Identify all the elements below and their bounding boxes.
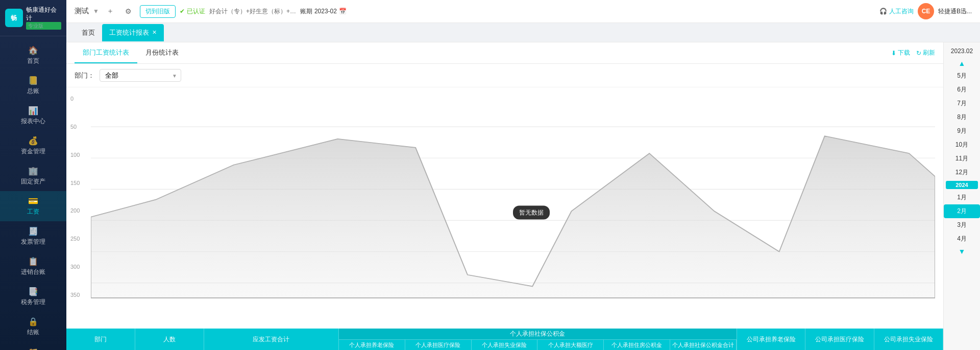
refresh-btn[interactable]: ↻ 刷新	[916, 49, 935, 57]
col-total-salary: 应发工资合计	[204, 329, 339, 350]
sidebar-item-home[interactable]: 🏠首页	[0, 40, 66, 71]
sidebar-item-ledger[interactable]: 📒总账	[0, 71, 66, 101]
tab-home[interactable]: 首页	[75, 24, 102, 41]
col-personal-pension: 个人承担养老保险	[339, 340, 405, 350]
headset-icon: 🎧	[879, 8, 887, 15]
date-item-9[interactable]: 9月	[944, 124, 980, 138]
header-company: 测试	[75, 7, 89, 16]
sidebar-item-funds[interactable]: 💰资金管理	[0, 131, 66, 161]
table-footer: 部门 人数 应发工资合计 个人承担社保公积金 个人承担养老保险 个人承担医疗保险…	[66, 329, 943, 350]
col-personal-large-medical: 个人承担大额医疗	[537, 340, 604, 350]
date-item-2-active[interactable]: 2月	[944, 204, 980, 218]
closing-icon: 🔒	[28, 317, 38, 326]
main-panel: 部门工资统计表 月份统计表 ⬇ 下载 ↻ 刷新 部门：	[66, 42, 943, 350]
header-certified: ✔ 已认证	[180, 7, 205, 16]
sidebar-item-reports[interactable]: 📊报表中心	[0, 101, 66, 131]
date-current: 2023.02	[949, 44, 975, 58]
date-year-2024: 2024	[946, 181, 978, 189]
dept-filter-label: 部门：	[75, 71, 94, 80]
invoice-icon: 🧾	[28, 226, 38, 236]
date-up-btn[interactable]: ▲	[957, 58, 967, 69]
sidebar-item-invoice[interactable]: 🧾发票管理	[0, 221, 66, 251]
tab-payroll-report[interactable]: 工资统计报表 ✕	[102, 24, 164, 41]
tab-close-icon[interactable]: ✕	[152, 29, 157, 36]
sidebar-item-payroll[interactable]: 💳工资	[0, 191, 66, 221]
right-panel: 2023.02 ▲ 5月 6月 7月 8月 9月 10月 11月 12月 202…	[943, 42, 980, 350]
group-header: 个人承担社保公积金	[339, 329, 737, 340]
chart-svg	[91, 96, 935, 315]
sidebar-item-sales[interactable]: 📋进销台账	[0, 251, 66, 282]
col-company-pension: 公司承担养老保险	[737, 329, 806, 350]
sidebar-logo: 畅 畅康通好会计 专业版	[0, 0, 66, 36]
col-company-unemployment: 公司承担失业保险	[874, 329, 943, 350]
logo-name: 畅康通好会计	[26, 6, 61, 22]
reports-icon: 📊	[28, 106, 38, 115]
assets-icon: 🏢	[28, 166, 38, 176]
y-axis: 350 300 250 200 150 100 50 0	[66, 96, 84, 298]
header-dropdown-icon[interactable]: ▼	[93, 8, 99, 15]
date-item-12[interactable]: 12月	[944, 166, 980, 179]
col-headcount: 人数	[135, 329, 204, 350]
dept-select-wrapper: 全部 部门A 部门B	[100, 69, 181, 82]
date-item-10[interactable]: 10月	[944, 138, 980, 152]
sidebar-item-tax[interactable]: 📑税务管理	[0, 282, 66, 312]
date-item-4[interactable]: 4月	[944, 232, 980, 246]
header-settings-btn[interactable]: ⚙	[121, 4, 136, 18]
header-service-btn[interactable]: 🎧 人工咨询	[879, 7, 914, 16]
dept-select[interactable]: 全部 部门A 部门B	[100, 69, 181, 82]
refresh-icon: ↻	[916, 50, 921, 57]
home-icon: 🏠	[28, 45, 38, 55]
date-item-6[interactable]: 6月	[944, 83, 980, 97]
sub-tabs-left: 部门工资统计表 月份统计表	[75, 43, 187, 63]
header-period: 账期 2023-02 📅	[300, 7, 347, 16]
sidebar-item-archive[interactable]: 📁归档管理	[0, 342, 66, 350]
tax-icon: 📑	[28, 287, 38, 296]
sidebar-nav: 🏠首页📒总账📊报表中心💰资金管理🏢固定资产💳工资🧾发票管理📋进销台账📑税务管理🔒…	[0, 36, 66, 350]
sub-tabs-right: ⬇ 下载 ↻ 刷新	[891, 49, 935, 57]
tab-bar: 首页 工资统计报表 ✕	[66, 23, 980, 42]
date-item-11[interactable]: 11月	[944, 152, 980, 166]
avatar: CE	[918, 3, 934, 19]
col-company-medical: 公司承担医疗保险	[805, 329, 874, 350]
header-user: 🎧 人工咨询 CE 轻捷通B迅...	[879, 3, 972, 19]
date-item-1[interactable]: 1月	[944, 191, 980, 204]
header-add-btn[interactable]: ＋	[103, 4, 117, 18]
header-switch-btn[interactable]: 切到旧版	[140, 5, 176, 18]
calendar-icon[interactable]: 📅	[339, 8, 347, 15]
group-personal-insurance: 个人承担社保公积金 个人承担养老保险 个人承担医疗保险 个人承担失业保险 个人承…	[339, 329, 737, 350]
logo-edition: 专业版	[26, 22, 61, 30]
check-icon: ✔	[180, 8, 185, 15]
col-personal-total: 个人承担社保公积金合计	[670, 340, 737, 350]
col-personal-housing: 个人承担住房公积金	[604, 340, 670, 350]
sales-icon: 📋	[28, 256, 38, 266]
main: 首页 工资统计报表 ✕ 部门工资统计表 月份统计表 ⬇ 下载	[66, 23, 980, 350]
header-tags: 好会计（专）+好生意（标）+…	[209, 7, 296, 16]
sidebar-item-assets[interactable]: 🏢固定资产	[0, 161, 66, 191]
header-username: 轻捷通B迅...	[938, 7, 972, 16]
download-btn[interactable]: ⬇ 下载	[891, 49, 910, 57]
sub-tab-monthly[interactable]: 月份统计表	[137, 43, 187, 63]
col-dept: 部门	[66, 329, 135, 350]
date-item-8[interactable]: 8月	[944, 110, 980, 124]
col-personal-unemployment: 个人承担失业保险	[472, 340, 538, 350]
chart-area: 350 300 250 200 150 100 50 0	[66, 87, 943, 329]
date-item-3[interactable]: 3月	[944, 218, 980, 232]
header: 测试 ▼ ＋ ⚙ 切到旧版 ✔ 已认证 好会计（专）+好生意（标）+… 账期 2…	[66, 0, 980, 23]
sub-tabs: 部门工资统计表 月份统计表 ⬇ 下载 ↻ 刷新	[66, 42, 943, 64]
logo-icon: 畅	[5, 9, 23, 27]
date-item-7[interactable]: 7月	[944, 97, 980, 110]
filter-bar: 部门： 全部 部门A 部门B	[66, 64, 943, 87]
sidebar-item-closing[interactable]: 🔒结账	[0, 312, 66, 342]
sidebar: 畅 畅康通好会计 专业版 🏠首页📒总账📊报表中心💰资金管理🏢固定资产💳工资🧾发票…	[0, 0, 66, 350]
payroll-icon: 💳	[28, 196, 38, 206]
ledger-icon: 📒	[28, 76, 38, 85]
col-personal-medical: 个人承担医疗保险	[405, 340, 472, 350]
date-item-5[interactable]: 5月	[944, 69, 980, 83]
group-cols: 个人承担养老保险 个人承担医疗保险 个人承担失业保险 个人承担大额医疗 个人承担…	[339, 340, 737, 350]
archive-icon: 📁	[28, 347, 38, 350]
funds-icon: 💰	[28, 136, 38, 146]
content-area: 部门工资统计表 月份统计表 ⬇ 下载 ↻ 刷新 部门：	[66, 42, 980, 350]
sub-tab-dept[interactable]: 部门工资统计表	[75, 43, 137, 63]
date-down-btn[interactable]: ▼	[957, 246, 967, 257]
download-icon: ⬇	[891, 50, 896, 57]
